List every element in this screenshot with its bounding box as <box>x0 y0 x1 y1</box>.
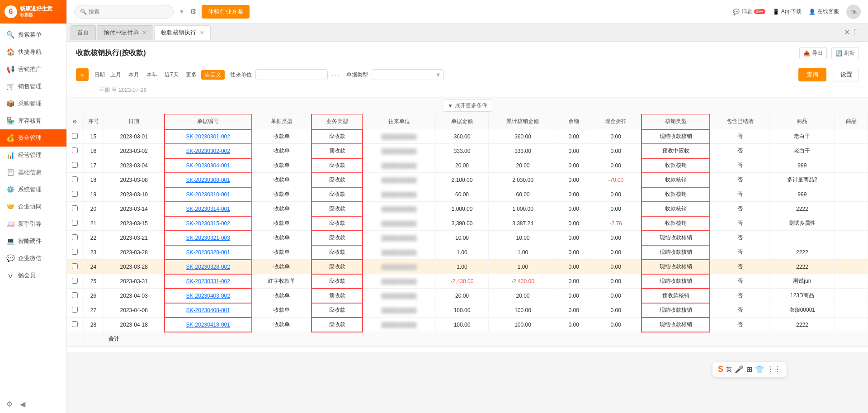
td-checkbox[interactable] <box>67 187 83 202</box>
query-button[interactable]: 查询 <box>798 68 826 81</box>
search-input[interactable] <box>89 9 168 15</box>
td-balance: 0.00 <box>557 129 590 144</box>
date-opt-7days[interactable]: 近7天 <box>162 70 181 80</box>
td-checkbox[interactable] <box>67 144 83 158</box>
table-scrollbar[interactable] <box>67 347 868 352</box>
row-checkbox[interactable] <box>72 292 78 298</box>
sidebar-item-operations[interactable]: 📊经营管理 <box>0 147 66 164</box>
sidebar-item-finance[interactable]: 💰资金管理 <box>0 129 66 147</box>
doc-no-link[interactable]: SK-20230418-001 <box>186 322 230 328</box>
td-checkbox[interactable] <box>67 260 83 274</box>
sidebar-item-basic-info[interactable]: 📋基础信息 <box>0 164 66 181</box>
settings-icon[interactable]: ⚙ <box>6 400 13 408</box>
doc-no-link[interactable]: SK-20230304-001 <box>186 162 230 169</box>
sidebar-item-inventory[interactable]: 🏪库存核算 <box>0 112 66 129</box>
partner-input[interactable] <box>255 69 328 80</box>
td-checkbox[interactable] <box>67 216 83 231</box>
doc-no-link[interactable]: SK-20230328-001 <box>186 249 230 256</box>
row-checkbox[interactable] <box>72 307 78 313</box>
td-checkbox[interactable] <box>67 245 83 260</box>
close-tab-button[interactable]: ✕ <box>844 28 850 37</box>
sidebar-item-hardware[interactable]: 💻智能硬件 <box>0 233 66 250</box>
date-filter-group: 日期 上月 本月 本年 近7天 更多 自定义 <box>94 70 225 80</box>
row-checkbox[interactable] <box>72 162 78 168</box>
sidebar-item-guide[interactable]: 📖新手引导 <box>0 215 66 233</box>
expand-tab-button[interactable]: ⛶ <box>854 28 861 37</box>
td-checkbox[interactable] <box>67 318 83 332</box>
doc-type-select[interactable] <box>372 69 444 80</box>
doc-no-link[interactable]: SK-20230321-003 <box>186 235 230 241</box>
tab-home[interactable]: 首页 <box>71 25 96 40</box>
sidebar-icon-guide: 📖 <box>6 220 14 228</box>
sidebar-item-purchase[interactable]: 📦采购管理 <box>0 95 66 112</box>
doc-no-link[interactable]: SK-20230308-001 <box>186 177 230 183</box>
td-checkbox[interactable] <box>67 173 83 187</box>
doc-no-link[interactable]: SK-20230403-002 <box>186 293 230 299</box>
td-checkbox[interactable] <box>67 129 83 144</box>
td-doc-type: 收款单 <box>252 231 311 245</box>
date-opt-custom[interactable]: 自定义 <box>201 70 225 80</box>
td-checkbox[interactable] <box>67 274 83 289</box>
table-settings-icon[interactable]: ⚙ <box>72 119 77 125</box>
dropdown-arrow-icon[interactable]: ▼ <box>179 9 184 15</box>
industry-solution-button[interactable]: 体验行业方案 <box>202 5 250 19</box>
row-checkbox[interactable] <box>72 147 78 153</box>
doc-no-link[interactable]: SK-20230408-001 <box>186 307 230 313</box>
doc-no-link[interactable]: SK-20230331-002 <box>186 278 230 285</box>
doc-no-link[interactable]: SK-20230302-002 <box>186 148 230 154</box>
sidebar-item-enterprise[interactable]: 🤝企业协同 <box>0 198 66 215</box>
td-checkbox[interactable] <box>67 289 83 303</box>
table-row: 24 2023-03-28 SK-20230328-002 收款单 应收款 ██… <box>67 260 868 274</box>
td-amount: 60.00 <box>435 187 488 202</box>
refresh-button[interactable]: 🔄 刷新 <box>831 47 859 59</box>
row-checkbox[interactable] <box>72 220 78 226</box>
export-button[interactable]: 📤 导出 <box>799 47 827 59</box>
online-service-action[interactable]: 👤 在线客服 <box>809 8 839 15</box>
date-opt-this-year[interactable]: 本年 <box>144 70 160 80</box>
sidebar-item-search-menu[interactable]: 🔍搜索菜单 <box>0 26 66 43</box>
doc-no-link[interactable]: SK-20230314-001 <box>186 206 230 212</box>
tab-receipt-cancel-close-icon[interactable]: ✕ <box>200 30 204 36</box>
row-checkbox[interactable] <box>72 205 78 211</box>
td-checkbox[interactable] <box>67 231 83 245</box>
app-download-action[interactable]: 📱 App下载 <box>773 8 802 15</box>
sidebar-item-wechat[interactable]: 💬企业微信 <box>0 250 66 267</box>
sidebar-item-sys-mgmt[interactable]: ⚙️系统管理 <box>0 181 66 198</box>
row-checkbox[interactable] <box>72 263 78 269</box>
date-opt-more[interactable]: 更多 <box>183 70 199 80</box>
doc-no-link[interactable]: SK-20230310-001 <box>186 191 230 198</box>
td-biz-type: 应收款 <box>311 231 363 245</box>
td-checkbox[interactable] <box>67 202 83 216</box>
th-settings[interactable]: ⚙ <box>67 114 83 129</box>
sidebar-item-quick-nav[interactable]: 🏠快捷导航 <box>0 43 66 61</box>
td-checkbox[interactable] <box>67 158 83 173</box>
row-checkbox[interactable] <box>72 321 78 327</box>
sidebar-item-marketing[interactable]: 📢营销推广 <box>0 61 66 78</box>
doc-no-link[interactable]: SK-20230315-002 <box>186 220 230 227</box>
doc-no-link[interactable]: SK-20230301-002 <box>186 133 230 140</box>
settings-button[interactable]: 设置 <box>834 68 859 81</box>
date-opt-this-month[interactable]: 本月 <box>126 70 142 80</box>
row-checkbox[interactable] <box>72 191 78 197</box>
user-avatar[interactable]: Rit <box>846 5 861 19</box>
td-checkbox[interactable] <box>67 303 83 318</box>
tab-receipt-cancel[interactable]: 收款核销执行 ✕ <box>154 25 211 40</box>
row-checkbox[interactable] <box>72 278 78 284</box>
tab-prepay-receipt[interactable]: 预付冲应付单 ✕ <box>97 25 153 40</box>
sidebar-item-member[interactable]: V畅会员 <box>0 267 66 284</box>
collapse-icon[interactable]: ◀ <box>20 400 25 408</box>
row-checkbox[interactable] <box>72 249 78 255</box>
sidebar-item-sales[interactable]: 🛒销售管理 <box>0 78 66 95</box>
row-checkbox[interactable] <box>72 234 78 240</box>
doc-no-link[interactable]: SK-20230328-002 <box>186 264 230 270</box>
td-doc-type: 收款单 <box>252 173 311 187</box>
tab-prepay-close-icon[interactable]: ✕ <box>142 30 146 36</box>
expand-more-button[interactable]: ▼ 展开更多条件 <box>443 100 492 112</box>
messages-action[interactable]: 💬 消息 99+ <box>733 8 765 15</box>
filter-toggle-button[interactable]: » <box>76 68 89 81</box>
row-checkbox[interactable] <box>72 176 78 182</box>
gear-icon[interactable]: ⚙ <box>190 7 196 16</box>
row-checkbox[interactable] <box>72 133 78 139</box>
td-no: 23 <box>83 245 104 260</box>
date-opt-last-month[interactable]: 上月 <box>108 70 124 80</box>
